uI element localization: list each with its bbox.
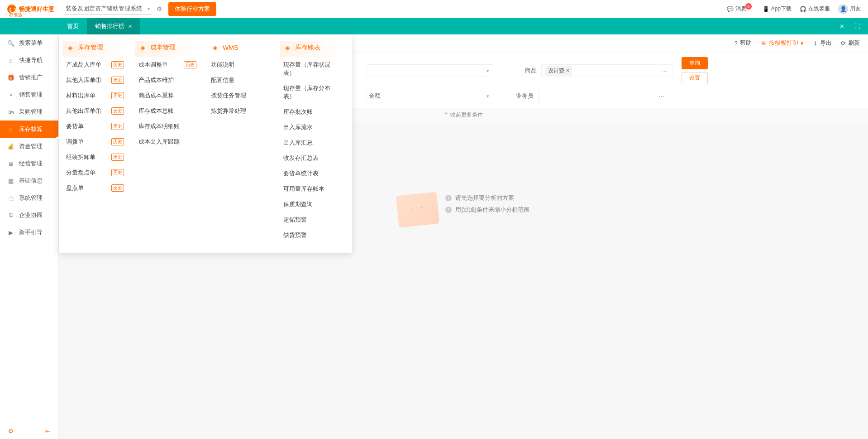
megamenu-item[interactable]: 收发存汇总表	[280, 150, 345, 166]
megamenu-item[interactable]: 现存量（库存分布表）	[280, 81, 345, 104]
basic-icon: ▦	[7, 178, 14, 184]
app-download-link[interactable]: 📱 App下载	[763, 5, 792, 13]
marketing-icon: 🎁	[7, 74, 14, 81]
megamenu-item[interactable]: 成本调整单历史	[135, 57, 200, 72]
sidebar-item-fund[interactable]: 💰资金管理	[0, 138, 58, 155]
product-tag[interactable]: 设计费 ×	[545, 66, 572, 76]
megamenu-item[interactable]: 盘点单历史	[62, 180, 128, 196]
export-button[interactable]: ⤓ 导出	[813, 39, 832, 47]
chat-icon: 💬	[727, 6, 734, 12]
megamenu-item[interactable]: 产成品入库单历史	[62, 57, 128, 72]
megamenu-item[interactable]: 产品成本维护	[135, 72, 200, 88]
megamenu-item[interactable]: 库存成本总账	[135, 103, 200, 119]
history-tag[interactable]: 历史	[111, 107, 124, 115]
megamenu-header: ◈库存账表	[280, 41, 345, 57]
megamenu-item[interactable]: 超储预警	[280, 212, 345, 227]
megamenu-item[interactable]: 其他入库单①历史	[62, 72, 128, 88]
query-button[interactable]: 查询	[682, 57, 708, 69]
help-button[interactable]: ? 帮助	[734, 39, 752, 47]
refresh-button[interactable]: ⟳ 刷新	[841, 39, 860, 47]
tab-sales-rank[interactable]: 销售排行榜 ✕	[87, 18, 140, 34]
more-icon[interactable]: ⋯	[658, 93, 665, 100]
sidebar-item-operation[interactable]: 🗎经营管理	[0, 155, 58, 172]
sidebar-item-inventory[interactable]: ⌂库存核算	[0, 121, 58, 138]
megamenu-item[interactable]: 缺货预警	[280, 227, 345, 243]
history-tag[interactable]: 历史	[111, 138, 124, 145]
megamenu-item[interactable]: 分量盘点单历史	[62, 165, 128, 180]
megamenu-item[interactable]: 库存批次账	[280, 104, 345, 120]
megamenu-item[interactable]: 配置信息	[207, 72, 272, 88]
megamenu-item[interactable]: 出入库流水	[280, 120, 345, 135]
megamenu-item[interactable]: 调拨单历史	[62, 134, 128, 150]
history-tag[interactable]: 历史	[111, 92, 124, 99]
user-menu[interactable]: 👤 用友	[838, 4, 861, 14]
sidebar-item-system[interactable]: ◌系统管理	[0, 189, 58, 207]
online-service-link[interactable]: 🎧 在线客服	[800, 5, 830, 13]
history-tag[interactable]: 历史	[111, 123, 124, 130]
megamenu-item[interactable]: 保质期查询	[280, 197, 345, 212]
megamenu-item[interactable]: 要货单历史	[62, 119, 128, 134]
settings-icon[interactable]: ⚙	[8, 428, 14, 434]
megamenu-item[interactable]: 商品成本重算	[135, 88, 200, 103]
tag-remove-icon[interactable]: ×	[566, 68, 569, 74]
logo-area[interactable]: 畅捷通好生意 标准版	[7, 5, 59, 14]
headset-icon: 🎧	[800, 6, 806, 12]
experience-button[interactable]: 体验行业方案	[168, 2, 216, 16]
history-tag[interactable]: 历史	[111, 61, 124, 68]
megamenu-item[interactable]: 现存量（库存状况表）	[280, 57, 345, 81]
salesperson-label: 业务员	[516, 92, 534, 100]
header-right: 💬 消息 6 📱 App下载 🎧 在线客服 👤 用友	[727, 4, 861, 14]
history-tag[interactable]: 历史	[184, 61, 196, 68]
megamenu-item[interactable]: 成本出入库跟踪	[135, 134, 200, 150]
history-tag[interactable]: 历史	[111, 169, 124, 176]
sidebar-item-label: 快捷导航	[19, 56, 43, 64]
inventory-megamenu: ◈库存管理产成品入库单历史其他入库单①历史材料出库单历史其他出库单①历史要货单历…	[59, 34, 352, 253]
megamenu-item[interactable]: 其他出库单①历史	[62, 103, 128, 119]
history-tag[interactable]: 历史	[111, 154, 124, 161]
amount-select-2[interactable]: 金额 ▾	[367, 90, 493, 102]
sidebar-expand-icon[interactable]: ◀	[55, 135, 59, 140]
collapse-sidebar-icon[interactable]: ⇤	[45, 428, 50, 434]
empty-step-2: 2用[过滤]条件来缩小分析范围	[445, 206, 529, 214]
sidebar-item-coop[interactable]: ⧉企业协同	[0, 207, 58, 224]
sidebar-item-marketing[interactable]: 🎁营销推广	[0, 69, 58, 86]
product-label: 商品	[521, 67, 537, 75]
more-icon[interactable]: ⋯	[662, 68, 668, 74]
megamenu-item[interactable]: 出入库汇总	[280, 135, 345, 150]
system-selector[interactable]: 装备及固定资产辅助管理系统 ▾	[64, 3, 152, 15]
megamenu-item[interactable]: 组装拆卸单历史	[62, 150, 128, 165]
sidebar-item-sales[interactable]: ✧销售管理	[0, 86, 58, 103]
sidebar-item-basic[interactable]: ▦基础信息	[0, 172, 58, 189]
megamenu-item[interactable]: 可用量库存账本	[280, 181, 345, 197]
salesperson-input[interactable]: ⋯	[538, 90, 669, 102]
empty-illustration	[396, 192, 440, 227]
chevron-down-icon: ▾	[148, 6, 150, 12]
megamenu-item[interactable]: 库存成本明细账	[135, 119, 200, 134]
settings-button[interactable]: 设置	[682, 72, 708, 84]
avatar-icon: 👤	[838, 4, 848, 14]
history-tag[interactable]: 历史	[111, 184, 124, 192]
messages-link[interactable]: 💬 消息 6	[727, 5, 754, 13]
megamenu-item[interactable]: 材料出库单历史	[62, 88, 128, 103]
megamenu-item[interactable]: 要货单统计表	[280, 166, 345, 181]
megamenu-item[interactable]: 拣货任务管理	[207, 88, 272, 103]
close-icon[interactable]: ✕	[128, 24, 132, 29]
tab-close-all-icon[interactable]: ✕	[836, 21, 847, 32]
sidebar-item-quicknav[interactable]: ⌂快捷导航	[0, 52, 58, 69]
print-template-button[interactable]: 🖶 按模板打印 ▾	[761, 39, 804, 47]
category-icon: ◈	[66, 43, 74, 52]
coop-icon: ⧉	[7, 212, 14, 219]
fullscreen-icon[interactable]: ⛶	[852, 21, 863, 32]
product-input[interactable]: 设计费 × ⋯	[541, 64, 672, 77]
tab-home[interactable]: 首页	[59, 18, 87, 34]
history-tag[interactable]: 历史	[111, 77, 124, 84]
sidebar-item-search[interactable]: 🔍搜索菜单	[0, 34, 58, 52]
megamenu-item[interactable]: 拣货异常处理	[207, 103, 272, 119]
sidebar: 🔍搜索菜单⌂快捷导航🎁营销推广✧销售管理🛍采购管理⌂库存核算💰资金管理🗎经营管理…	[0, 34, 59, 439]
amount-select[interactable]: ▾	[367, 64, 493, 77]
sidebar-item-guide[interactable]: ▶新手引导	[0, 224, 58, 241]
gear-icon[interactable]: ⚙	[157, 5, 162, 12]
phone-icon: 📱	[763, 6, 769, 12]
megamenu-item[interactable]: 功能说明	[207, 57, 272, 72]
sidebar-item-purchase[interactable]: 🛍采购管理	[0, 103, 58, 121]
